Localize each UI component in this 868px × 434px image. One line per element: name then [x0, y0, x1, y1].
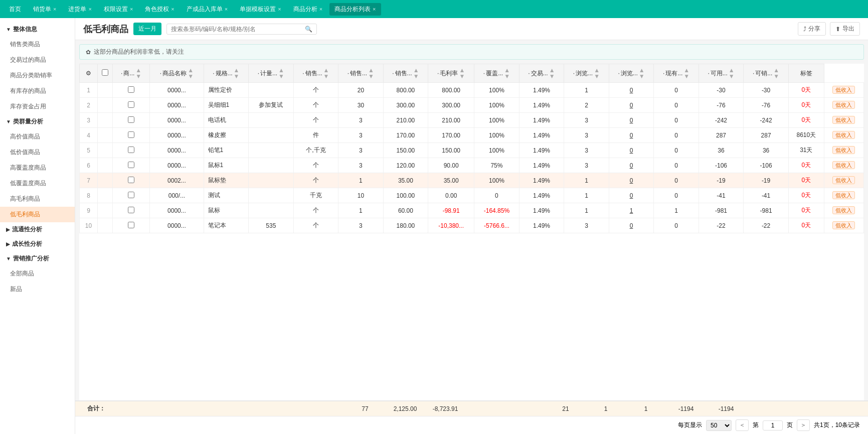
col-settings[interactable]: ⚙: [80, 64, 98, 83]
col-browse2-header[interactable]: ·浏览...▲▼: [609, 64, 654, 83]
spec-sort[interactable]: ▲▼: [234, 67, 240, 79]
nav-product-entry-close[interactable]: ×: [225, 6, 228, 12]
col-sale-qty-header[interactable]: ·销售...▲▼: [293, 64, 338, 83]
col-code-header[interactable]: ·商...▲▼: [113, 64, 150, 83]
sidebar-group-growth[interactable]: ▶ 成长性分析: [0, 237, 75, 251]
col-saleable-header[interactable]: ·可销...▲▼: [744, 64, 789, 83]
col-trade-header[interactable]: ·交易...▲▼: [519, 64, 564, 83]
search-input[interactable]: [171, 26, 305, 33]
nav-product-analysis[interactable]: 商品分析 ×: [288, 3, 327, 16]
time-filter-button[interactable]: 近一月: [133, 23, 161, 35]
row-checkbox[interactable]: [128, 192, 134, 198]
sidebar-item-all-products[interactable]: 全部商品: [0, 266, 75, 281]
cell-browse1[interactable]: 0: [609, 83, 654, 98]
col-coverage-header[interactable]: ·覆盖...▲▼: [474, 64, 519, 83]
cell-name[interactable]: 鼠标垫: [204, 173, 249, 188]
name-sort[interactable]: ▲▼: [188, 67, 194, 79]
cell-checkbox[interactable]: [113, 143, 150, 158]
sidebar-group-marketing[interactable]: ▼ 营销推广分析: [0, 251, 75, 266]
row-checkbox[interactable]: [128, 147, 134, 153]
sale-price-sort[interactable]: ▲▼: [368, 67, 374, 79]
col-gross-rate-header[interactable]: ·毛利率▲▼: [428, 64, 474, 83]
col-sale-profit-header[interactable]: ·销售...▲▼: [383, 64, 428, 83]
sidebar-item-high-value[interactable]: 高价值商品: [0, 129, 75, 144]
prev-page-button[interactable]: ＜: [736, 419, 749, 431]
sidebar-item-new-products[interactable]: 新品: [0, 281, 75, 297]
cell-browse1[interactable]: 1: [609, 203, 654, 218]
col-tag-header[interactable]: 标签: [788, 64, 824, 83]
cell-browse1[interactable]: 0: [609, 218, 654, 233]
cell-name[interactable]: 鼠标: [204, 203, 249, 218]
cell-name[interactable]: 属性定价: [204, 83, 249, 98]
row-checkbox[interactable]: [128, 86, 134, 93]
page-number-input[interactable]: [763, 420, 783, 430]
sidebar-item-high-margin[interactable]: 高毛利商品: [0, 191, 75, 207]
cell-name[interactable]: 橡皮擦: [204, 128, 249, 143]
unit-sort[interactable]: ▲▼: [278, 67, 284, 79]
nav-sales-close[interactable]: ×: [53, 6, 56, 12]
trade-sort[interactable]: ▲▼: [549, 67, 555, 79]
cell-browse1[interactable]: 0: [609, 158, 654, 173]
nav-product-entry[interactable]: 产成品入库单 ×: [182, 3, 233, 16]
row-checkbox[interactable]: [128, 162, 134, 168]
cell-name[interactable]: 测试: [204, 188, 249, 203]
sidebar-item-high-coverage[interactable]: 高覆盖度商品: [0, 160, 75, 176]
sidebar-item-traded-products[interactable]: 交易过的商品: [0, 52, 75, 68]
cell-checkbox[interactable]: [113, 158, 150, 173]
col-sale-price-header[interactable]: ·销售...▲▼: [338, 64, 384, 83]
nav-template[interactable]: 单据模板设置 ×: [235, 3, 286, 16]
row-checkbox[interactable]: [128, 116, 134, 123]
current-sort[interactable]: ▲▼: [683, 67, 689, 79]
cell-checkbox[interactable]: [113, 83, 150, 98]
coverage-sort[interactable]: ▲▼: [504, 67, 510, 79]
cell-browse1[interactable]: 0: [609, 173, 654, 188]
sidebar-item-low-coverage[interactable]: 低覆盖度商品: [0, 176, 75, 191]
col-name-header[interactable]: ·商品名称▲▼: [150, 64, 204, 83]
cell-name[interactable]: 鼠标1: [204, 158, 249, 173]
browse1-sort[interactable]: ▲▼: [594, 67, 600, 79]
cell-browse1[interactable]: 0: [609, 128, 654, 143]
sidebar-item-stock-capital[interactable]: 库存资金占用: [0, 99, 75, 114]
nav-product-analysis-list-close[interactable]: ×: [373, 6, 376, 12]
share-button[interactable]: ⤴ 分享: [798, 22, 826, 36]
nav-sales[interactable]: 销货单 ×: [28, 3, 61, 16]
sale-profit-sort[interactable]: ▲▼: [413, 67, 419, 79]
cell-browse1[interactable]: 0: [609, 98, 654, 113]
col-checkbox-header[interactable]: [98, 64, 113, 83]
export-button[interactable]: ⬆ 导出: [830, 22, 860, 36]
cell-checkbox[interactable]: [113, 113, 150, 128]
browse2-sort[interactable]: ▲▼: [639, 67, 645, 79]
row-checkbox[interactable]: [128, 222, 134, 228]
cell-checkbox[interactable]: [113, 173, 150, 188]
cell-browse1[interactable]: 0: [609, 188, 654, 203]
nav-permissions-close[interactable]: ×: [130, 6, 133, 12]
nav-product-analysis-close[interactable]: ×: [319, 6, 322, 12]
nav-permissions[interactable]: 权限设置 ×: [99, 3, 138, 16]
sidebar-item-sales-products[interactable]: 销售类商品: [0, 37, 75, 52]
cell-checkbox[interactable]: [113, 128, 150, 143]
cell-checkbox[interactable]: [113, 98, 150, 113]
nav-roles[interactable]: 角色授权 ×: [140, 3, 179, 16]
select-all-checkbox[interactable]: [102, 69, 108, 76]
sidebar-item-in-stock[interactable]: 有库存的商品: [0, 83, 75, 99]
row-checkbox[interactable]: [128, 177, 134, 183]
sidebar-group-cluster[interactable]: ▼ 类群量分析: [0, 114, 75, 129]
row-checkbox[interactable]: [128, 207, 134, 213]
cell-checkbox[interactable]: [113, 218, 150, 233]
gross-rate-sort[interactable]: ▲▼: [459, 67, 465, 79]
sale-qty-sort[interactable]: ▲▼: [323, 67, 329, 79]
sidebar-group-overall[interactable]: ▼ 整体信息: [0, 22, 75, 37]
code-sort[interactable]: ▲▼: [135, 67, 141, 79]
saleable-sort[interactable]: ▲▼: [773, 67, 779, 79]
settings-icon[interactable]: ⚙: [86, 70, 91, 77]
cell-name[interactable]: 铅笔1: [204, 143, 249, 158]
col-unit-header[interactable]: ·计量...▲▼: [249, 64, 294, 83]
sidebar-item-low-margin[interactable]: 低毛利商品: [0, 207, 75, 222]
col-current-header[interactable]: ·现有...▲▼: [654, 64, 699, 83]
nav-purchase[interactable]: 进货单 ×: [63, 3, 96, 16]
cell-name[interactable]: 吴细细1: [204, 98, 249, 113]
row-checkbox[interactable]: [128, 131, 134, 138]
nav-template-close[interactable]: ×: [278, 6, 281, 12]
sidebar-item-category-sales[interactable]: 商品分类助销率: [0, 68, 75, 83]
row-checkbox[interactable]: [128, 101, 134, 108]
